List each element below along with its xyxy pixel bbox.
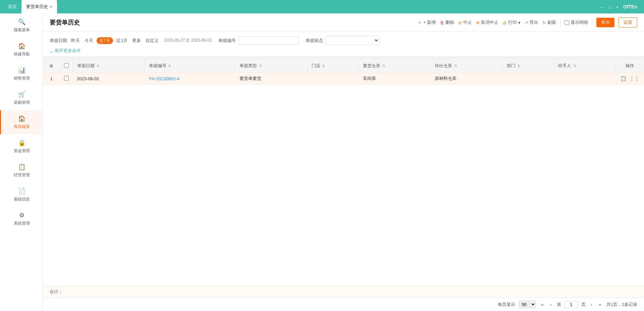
refresh-icon: ↻ xyxy=(542,20,546,25)
expand-icon: ⌄ xyxy=(50,48,53,53)
sidebar-label-operations: 经营管理 xyxy=(14,172,30,178)
display-detail-checkbox[interactable] xyxy=(565,20,569,25)
tab-close-icon[interactable]: × xyxy=(50,4,52,9)
data-table: ⚙ 单据日期 ⇅ 单据编号 ⇅ 单据类型 ⇅ xyxy=(43,59,644,85)
print-dropdown-icon[interactable]: ▾ xyxy=(518,20,521,25)
toolbar: ＋ + 新增 🗑 删除 ⊘ 中止 ⊗ 取消中止 🖨 打印 xyxy=(418,17,637,28)
export-icon: ↗ xyxy=(525,20,528,25)
status-filter-group: 单据状态 xyxy=(306,36,379,45)
row-docno-link[interactable]: YH-20230602-4 xyxy=(149,76,179,81)
shortcut-today[interactable]: 今天 xyxy=(83,37,95,44)
sort-dept-icon: ⇅ xyxy=(517,64,520,68)
col-store[interactable]: 门店 ⇅ xyxy=(307,59,359,73)
stop-button[interactable]: ⊘ 中止 xyxy=(458,19,472,26)
per-page-label: 每页显示 xyxy=(498,302,515,308)
total-pages-label: 页 xyxy=(581,302,586,308)
row-docno: YH-20230602-4 xyxy=(145,73,235,85)
filter-row-1: 单据日期 昨天 今天 近7天 近1月 更多 自定义 2023-05-27 至 2… xyxy=(50,36,637,45)
page-input[interactable] xyxy=(565,301,578,308)
tab-active[interactable]: 要货单历史 × xyxy=(21,0,57,13)
chart-icon: 📊 xyxy=(18,66,25,74)
sidebar-item-quick-nav[interactable]: 🏠 快捷导航 xyxy=(0,38,43,62)
row-checkbox[interactable] xyxy=(64,76,69,81)
col-out-warehouse[interactable]: 待出仓库 ⇅ xyxy=(431,59,502,73)
sidebar-label-finance: 资金管理 xyxy=(14,148,30,154)
pagination: 每页显示 10 20 50 100 « ‹ 第 页 › » 共1页，1条记录 xyxy=(43,298,644,311)
display-detail-toggle[interactable]: 显示明细 xyxy=(565,19,588,26)
sidebar-item-operations[interactable]: 📋 经营管理 xyxy=(0,159,43,183)
status-select[interactable] xyxy=(326,36,379,45)
row-more-icon[interactable]: ⋮⋮ xyxy=(629,76,639,81)
expand-filter-button[interactable]: ⌄ 展开更多条件 xyxy=(50,48,637,54)
row-actions: 📋 ⋮⋮ xyxy=(615,73,644,85)
row-warehouse: 车间库 xyxy=(359,73,431,85)
sidebar-label-inventory: 库存核算 xyxy=(14,124,30,130)
sidebar-label-purchase: 采购管理 xyxy=(14,100,30,105)
delete-button[interactable]: 🗑 删除 xyxy=(440,19,454,26)
inventory-icon: 🏠 xyxy=(18,115,25,122)
sidebar-item-search-menu[interactable]: 🔍 搜索菜单 xyxy=(0,13,43,38)
gear-icon: ⚙ xyxy=(19,212,24,219)
print-icon: 🖨 xyxy=(502,20,507,25)
last-page-button[interactable]: » xyxy=(597,302,603,307)
shortcut-7days[interactable]: 近7天 xyxy=(97,37,113,44)
new-button[interactable]: ＋ + 新增 xyxy=(418,19,436,26)
page-header: 要货单历史 ＋ + 新增 🗑 删除 ⊘ 中止 ⊗ 取消中止 xyxy=(43,13,644,32)
refresh-button[interactable]: ↻ 刷新 xyxy=(542,19,556,26)
sidebar-label-sales: 销售管理 xyxy=(14,76,30,81)
table-header-row: ⚙ 单据日期 ⇅ 单据编号 ⇅ 单据类型 ⇅ xyxy=(43,59,644,73)
brand-name: OfTEn xyxy=(623,4,637,9)
sort-docno-icon: ⇅ xyxy=(168,64,171,68)
window-minimize[interactable]: — xyxy=(600,4,604,9)
export-button[interactable]: ↗ 导出 xyxy=(525,19,538,26)
doc-no-input[interactable] xyxy=(238,36,299,45)
sidebar-item-purchase[interactable]: 🛒 采购管理 xyxy=(0,86,43,110)
cancel-stop-icon: ⊗ xyxy=(476,20,480,25)
sort-doctype-icon: ⇅ xyxy=(259,64,262,68)
sort-outwarehouse-icon: ⇅ xyxy=(454,64,457,68)
select-all-checkbox[interactable] xyxy=(64,63,69,68)
filter-area: 单据日期 昨天 今天 近7天 近1月 更多 自定义 2023-05-27 至 2… xyxy=(43,32,644,57)
sidebar-item-inventory[interactable]: 🏠 库存核算 xyxy=(0,110,43,134)
cancel-stop-button[interactable]: ⊗ 取消中止 xyxy=(476,19,498,26)
next-page-button[interactable]: › xyxy=(589,302,594,307)
window-close[interactable]: × xyxy=(616,4,619,9)
table-area: ⚙ 单据日期 ⇅ 单据编号 ⇅ 单据类型 ⇅ xyxy=(43,59,644,286)
per-page-select[interactable]: 10 20 50 100 xyxy=(519,301,536,308)
row-edit-icon[interactable]: 📋 xyxy=(620,76,627,81)
col-warehouse[interactable]: 要货仓库 ⇅ xyxy=(359,59,431,73)
sidebar-item-basic-info[interactable]: 📄 基础信息 xyxy=(0,183,43,207)
query-button[interactable]: 查询 xyxy=(596,18,614,27)
print-button[interactable]: 🖨 打印 ▾ xyxy=(502,19,521,26)
sidebar-item-system[interactable]: ⚙ 系统管理 xyxy=(0,207,43,231)
sidebar-label-quick-nav: 快捷导航 xyxy=(14,51,30,57)
sidebar-item-finance[interactable]: 🔒 资金管理 xyxy=(0,134,43,159)
shortcut-1month[interactable]: 近1月 xyxy=(115,37,129,44)
tab-home[interactable]: 首页 xyxy=(3,0,21,13)
col-department[interactable]: 部门 ⇅ xyxy=(502,59,554,73)
date-range-display: 2023-05-27 至 2023-06-02 xyxy=(164,38,211,43)
row-check xyxy=(60,73,73,85)
col-handler[interactable]: 经手人 ⇅ xyxy=(554,59,615,73)
date-filter-group: 单据日期 昨天 今天 近7天 近1月 更多 自定义 2023-05-27 至 2… xyxy=(50,37,212,44)
window-maximize[interactable]: □ xyxy=(609,4,611,9)
prev-page-button[interactable]: ‹ xyxy=(549,302,553,307)
sidebar-label-basic-info: 基础信息 xyxy=(14,196,30,202)
date-label: 单据日期 xyxy=(50,38,67,44)
sort-warehouse-icon: ⇅ xyxy=(382,64,385,68)
col-docno[interactable]: 单据编号 ⇅ xyxy=(145,59,235,73)
shortcut-custom[interactable]: 自定义 xyxy=(144,37,160,44)
cart-icon: 🛒 xyxy=(18,91,25,98)
main-layout: 🔍 搜索菜单 🏠 快捷导航 📊 销售管理 🛒 采购管理 🏠 库存核算 🔒 资金管… xyxy=(0,13,644,311)
sidebar-item-sales[interactable]: 📊 销售管理 xyxy=(0,62,43,86)
first-page-button[interactable]: « xyxy=(539,302,545,307)
col-settings[interactable]: ⚙ xyxy=(43,59,60,73)
settings-button[interactable]: 设置 xyxy=(619,17,637,28)
shortcut-more[interactable]: 更多 xyxy=(131,37,142,44)
shortcut-yesterday[interactable]: 昨天 xyxy=(70,37,81,44)
doc-icon: 📄 xyxy=(18,187,25,195)
col-date[interactable]: 单据日期 ⇅ xyxy=(73,59,145,73)
delete-icon: 🗑 xyxy=(440,20,444,25)
col-doctype[interactable]: 单据类型 ⇅ xyxy=(235,59,307,73)
summary-label: 合计： xyxy=(50,289,63,295)
